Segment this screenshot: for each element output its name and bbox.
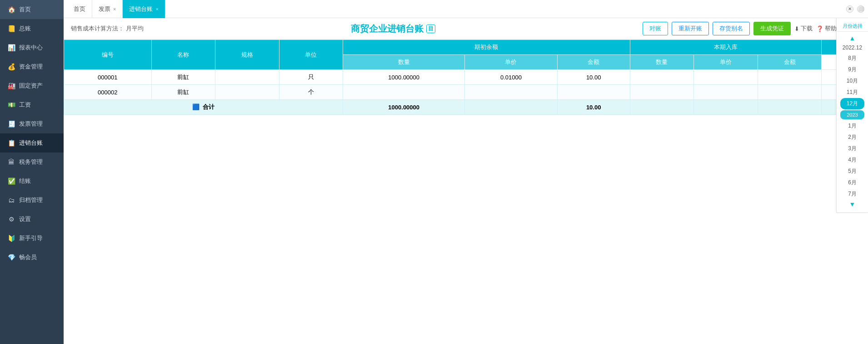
- cell-open-amount: 10.00: [557, 70, 630, 85]
- tab-invoice[interactable]: 发票 ×: [92, 0, 123, 18]
- col-current-in: 本期入库: [630, 40, 822, 55]
- sidebar-item-funds[interactable]: 💰 资金管理: [0, 57, 64, 76]
- inventory-table: 编号 名称 规格 单位 期初余额 本期入库 数 数量 单价 金额 数量 单价: [64, 39, 868, 115]
- main-area: 首页 发票 × 进销台账 × ✕ ⬜ 销售成本计算方法： 月平均 商贸企业进销台…: [64, 0, 868, 344]
- month-item-dec[interactable]: 12月: [840, 98, 864, 109]
- cell-name: 前缸: [151, 70, 215, 85]
- cell-id: 000002: [64, 85, 152, 100]
- total-open-qty: 1000.00000: [343, 100, 465, 115]
- tax-icon: 🏛: [7, 158, 15, 166]
- cell-name: 前缸: [151, 85, 215, 100]
- maximize-button[interactable]: ⬜: [857, 5, 864, 13]
- sidebar-item-wages[interactable]: 💵 工资: [0, 95, 64, 114]
- total-in-price: [694, 100, 758, 115]
- sidebar-item-label: 设置: [19, 215, 31, 223]
- sidebar-item-assets[interactable]: 🏭 固定资产: [0, 76, 64, 95]
- sidebar-item-archive[interactable]: 🗂 归档管理: [0, 191, 64, 210]
- sidebar-item-label: 归档管理: [19, 196, 43, 204]
- sidebar-item-settings[interactable]: ⚙ 设置: [0, 210, 64, 229]
- month-nav-down[interactable]: ▼: [837, 200, 868, 209]
- tab-inventory-label: 进销台账: [129, 5, 153, 13]
- action-buttons: 对账 重新开账 存货别名 生成凭证 ⬇ 下载 ❓ 帮助 🔄 刷新: [643, 22, 861, 35]
- sidebar-item-inventory[interactable]: 📋 进销台账: [0, 133, 64, 152]
- sidebar-item-label: 报表中心: [19, 44, 43, 52]
- page-title-area: 商贸企业进销台账 目: [351, 23, 435, 35]
- month-item-jun[interactable]: 6月: [837, 177, 868, 188]
- col-in-qty: 数量: [630, 55, 694, 70]
- tab-home-label: 首页: [74, 5, 85, 13]
- month-nav-up[interactable]: ▲: [837, 34, 868, 43]
- cell-in-qty: [630, 85, 694, 100]
- sidebar-item-guide[interactable]: 🔰 新手引导: [0, 229, 64, 248]
- tab-invoice-label: 发票: [99, 5, 110, 13]
- cost-method-label: 销售成本计算方法：: [71, 25, 124, 32]
- close-button[interactable]: ✕: [846, 5, 853, 13]
- table-row[interactable]: 000002 前缸 个: [64, 85, 868, 100]
- cost-method: 销售成本计算方法： 月平均: [71, 25, 144, 33]
- month-item-nov[interactable]: 11月: [837, 87, 868, 98]
- col-id: 编号: [64, 40, 152, 70]
- sidebar-item-label: 总账: [19, 25, 31, 33]
- month-item-jan[interactable]: 1月: [837, 120, 868, 132]
- content-area: 销售成本计算方法： 月平均 商贸企业进销台账 目 对账 重新开账 存货别名 生成…: [64, 18, 868, 344]
- col-spec: 规格: [215, 40, 279, 70]
- month-year-2023: 2023: [840, 110, 864, 119]
- assets-icon: 🏭: [7, 82, 15, 89]
- total-label: 🟦 合计: [64, 100, 343, 115]
- sidebar-item-tax[interactable]: 🏛 税务管理: [0, 152, 64, 172]
- total-in-qty: [630, 100, 694, 115]
- member-icon: 💎: [7, 254, 15, 261]
- settings-icon: ⚙: [7, 216, 15, 223]
- sidebar-item-ledger[interactable]: 📒 总账: [0, 19, 64, 38]
- download-button[interactable]: ⬇ 下载: [794, 25, 813, 33]
- table-row[interactable]: 000001 前缸 只 1000.00000 0.01000 10.00: [64, 70, 868, 85]
- sidebar-item-label: 固定资产: [19, 82, 43, 90]
- cost-method-value: 月平均: [126, 25, 144, 32]
- reopen-button[interactable]: 重新开账: [672, 22, 709, 35]
- help-button[interactable]: ❓ 帮助: [816, 25, 837, 33]
- tab-invoice-close[interactable]: ×: [113, 6, 116, 12]
- sidebar-item-label: 新手引导: [19, 234, 43, 242]
- cell-open-price: 0.01000: [465, 70, 557, 85]
- total-open-price: [465, 100, 557, 115]
- save-alias-button[interactable]: 存货别名: [713, 22, 750, 35]
- sidebar-item-invoice-mgmt[interactable]: 🧾 发票管理: [0, 114, 64, 133]
- month-item-jul[interactable]: 7月: [837, 188, 868, 200]
- month-item-oct[interactable]: 10月: [837, 75, 868, 87]
- sidebar-item-label: 发票管理: [19, 120, 43, 128]
- sidebar-item-close-accounts[interactable]: ✅ 结账: [0, 172, 64, 191]
- cell-in-price: [694, 70, 758, 85]
- home-icon: 🏠: [7, 6, 15, 13]
- sidebar-item-label: 工资: [19, 101, 31, 109]
- inventory-icon: 📋: [7, 139, 15, 147]
- col-opening-balance: 期初余额: [343, 40, 630, 55]
- month-item-mar[interactable]: 3月: [837, 143, 868, 154]
- total-icon: 🟦: [192, 103, 200, 110]
- sidebar-item-reports[interactable]: 📊 报表中心: [0, 38, 64, 57]
- cell-in-qty: [630, 70, 694, 85]
- tab-inventory-close[interactable]: ×: [155, 6, 158, 12]
- sidebar-item-label: 进销台账: [19, 139, 43, 147]
- reconcile-button[interactable]: 对账: [643, 22, 668, 35]
- total-row: 🟦 合计 1000.00000 10.00: [64, 100, 868, 115]
- guide-icon: 🔰: [7, 235, 15, 242]
- total-open-amount: 10.00: [557, 100, 630, 115]
- month-item-may[interactable]: 5月: [837, 166, 868, 177]
- sidebar-item-member[interactable]: 💎 畅会员: [0, 248, 64, 267]
- month-item-sep[interactable]: 9月: [837, 64, 868, 75]
- month-item-apr[interactable]: 4月: [837, 154, 868, 166]
- generate-voucher-button[interactable]: 生成凭证: [753, 22, 791, 35]
- table-container: 编号 名称 规格 单位 期初余额 本期入库 数 数量 单价 金额 数量 单价: [64, 39, 868, 344]
- cell-spec: [215, 85, 279, 100]
- month-item-feb[interactable]: 2月: [837, 132, 868, 143]
- tab-inventory[interactable]: 进销台账 ×: [123, 0, 165, 18]
- col-in-price: 单价: [694, 55, 758, 70]
- col-open-price: 单价: [465, 55, 557, 70]
- month-panel-title: 月份选择: [837, 22, 868, 32]
- month-item-aug[interactable]: 8月: [837, 53, 868, 64]
- invoice-mgmt-icon: 🧾: [7, 120, 15, 128]
- tab-home[interactable]: 首页: [67, 0, 92, 18]
- sidebar-item-label: 畅会员: [19, 253, 37, 261]
- sidebar-item-home[interactable]: 🏠 首页: [0, 0, 64, 19]
- table-header-row: 编号 名称 规格 单位 期初余额 本期入库 数: [64, 40, 868, 55]
